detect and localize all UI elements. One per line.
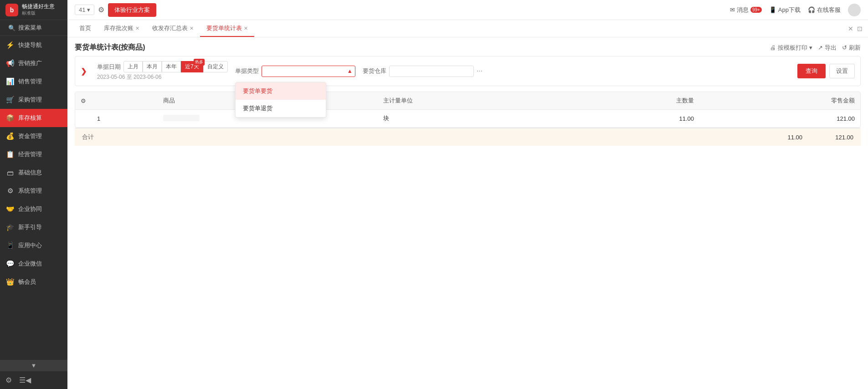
service-icon: 🎧 — [808, 6, 815, 13]
sidebar-item-guide[interactable]: 🎓 新手引导 — [0, 218, 67, 236]
trial-button[interactable]: 体验行业方案 — [108, 3, 156, 17]
tab-close-receive-summary[interactable]: ✕ — [190, 26, 194, 31]
data-table: ⚙ 商品 主计量单位 主数量 零售金额 1 块 11.00 — [75, 92, 860, 128]
search-icon: 🔍 — [8, 25, 15, 31]
warehouse-input[interactable] — [389, 66, 474, 77]
app-download-group[interactable]: 📱 App下载 — [769, 6, 801, 14]
sidebar-item-label: 快捷导航 — [18, 41, 42, 49]
col-quantity: 主数量 — [566, 92, 699, 110]
company-name: 41 — [79, 6, 85, 13]
export-action[interactable]: ↗ 导出 — [818, 44, 837, 52]
sidebar-item-sales[interactable]: 📊 销售管理 — [0, 72, 67, 91]
print-action[interactable]: 🖨 按模板打印 ▾ — [770, 44, 812, 52]
page-content: 要货单统计表(按商品) 🖨 按模板打印 ▾ ↗ 导出 ↺ 刷新 ❯ — [67, 37, 868, 389]
sidebar-item-finance[interactable]: 💰 资金管理 — [0, 127, 67, 145]
col-settings[interactable]: ⚙ — [75, 92, 92, 110]
tab-label-request-summary: 要货单统计表 — [206, 24, 242, 32]
tab-label-home: 首页 — [79, 24, 91, 32]
footer-label: 合计 — [82, 133, 94, 141]
cell-row-num: 1 — [92, 110, 158, 128]
sidebar-item-label: 应用中心 — [18, 241, 42, 250]
type-select-input[interactable] — [262, 66, 355, 77]
search-label: 搜索菜单 — [18, 24, 42, 32]
date-btn-last-month[interactable]: 上月 — [123, 61, 143, 72]
sidebar-item-quick-nav[interactable]: ⚡ 快捷导航 — [0, 36, 67, 54]
date-range-text: 2023-05-06 至 2023-06-06 — [97, 73, 228, 81]
sidebar-item-inventory[interactable]: 📦 库存核算 — [0, 109, 67, 127]
sidebar-item-label: 系统管理 — [18, 187, 42, 195]
sidebar-item-app[interactable]: 📱 应用中心 — [0, 236, 67, 255]
dropdown-item-request-goods[interactable]: 要货单要货 — [236, 82, 326, 100]
topbar-left: 41 ▾ ⚙ 体验行业方案 — [75, 3, 724, 17]
sidebar-item-wechat[interactable]: 💬 企业微信 — [0, 255, 67, 273]
cell-quantity: 11.00 — [566, 110, 699, 128]
window-expand-icon[interactable]: ⊡ — [857, 25, 863, 32]
sidebar-item-label: 资金管理 — [18, 132, 42, 140]
tab-request-summary[interactable]: 要货单统计表✕ — [200, 20, 254, 37]
filter-expand-button[interactable]: ❯ — [81, 67, 90, 76]
warehouse-more-icon[interactable]: ··· — [477, 67, 483, 75]
date-btn-this-year[interactable]: 本年 — [162, 61, 181, 72]
table-footer: 合计 11.00 121.00 — [75, 128, 861, 146]
sidebar-header: b 畅捷通好生意 标准版 — [0, 0, 67, 20]
page-actions: 🖨 按模板打印 ▾ ↗ 导出 ↺ 刷新 — [770, 44, 861, 52]
sidebar-item-member[interactable]: 👑 畅会员 — [0, 273, 67, 291]
user-avatar[interactable] — [848, 4, 861, 16]
date-btn-last-7days[interactable]: 近7天热多 — [181, 61, 203, 72]
window-close-icon[interactable]: ✕ — [848, 25, 853, 32]
sidebar-item-operation[interactable]: 📋 经营管理 — [0, 145, 67, 164]
sidebar-item-collab[interactable]: 🤝 企业协同 — [0, 200, 67, 218]
guide-icon: 🎓 — [5, 223, 15, 232]
menu-toggle-icon[interactable]: ☰◀ — [19, 376, 31, 384]
topbar-settings-icon[interactable]: ⚙ — [98, 5, 104, 14]
cell-amount: 121.00 — [699, 110, 860, 128]
main-area: 41 ▾ ⚙ 体验行业方案 ✉ 消息 99+ 📱 App下载 🎧 在线客服 首 — [67, 0, 868, 389]
sidebar-item-label: 畅会员 — [18, 278, 36, 286]
col-amount: 零售金额 — [699, 92, 860, 110]
settings-button[interactable]: 设置 — [829, 64, 855, 78]
sales-icon: 📊 — [5, 77, 15, 86]
company-selector[interactable]: 41 ▾ — [75, 5, 94, 15]
print-arrow-icon: ▾ — [809, 44, 812, 51]
quick-nav-icon: ⚡ — [5, 41, 15, 50]
query-button[interactable]: 查询 — [797, 64, 826, 78]
sidebar-item-label: 库存核算 — [18, 114, 42, 122]
sidebar-item-marketing[interactable]: 📢 营销推广 — [0, 54, 67, 72]
tab-home[interactable]: 首页 — [73, 20, 98, 37]
export-label: 导出 — [825, 44, 837, 52]
settings-icon[interactable]: ⚙ — [5, 376, 12, 384]
sidebar-item-system[interactable]: ⚙ 系统管理 — [0, 182, 67, 200]
filter-bar: ❯ 单据日期 上月 本月 本年 近7天热多 自定义 2023-05-06 至 2… — [75, 56, 861, 86]
message-icon: ✉ — [730, 6, 735, 13]
sidebar-scroll-down[interactable]: ▼ — [0, 360, 67, 371]
print-icon: 🖨 — [770, 44, 776, 51]
tabs-bar: 首页库存批次账✕收发存汇总表✕要货单统计表✕ ✕ ⊡ — [67, 20, 868, 37]
tab-close-request-summary[interactable]: ✕ — [244, 26, 248, 31]
system-icon: ⚙ — [5, 186, 15, 195]
sidebar-item-label: 企业微信 — [18, 260, 42, 268]
sidebar-item-purchase[interactable]: 🛒 采购管理 — [0, 91, 67, 109]
cell-unit: 块 — [378, 110, 566, 128]
inventory-icon: 📦 — [5, 113, 15, 123]
print-label: 按模板打印 — [778, 44, 807, 52]
sidebar-item-label: 销售管理 — [18, 77, 42, 86]
type-label: 单据类型 — [235, 67, 259, 75]
date-btn-custom[interactable]: 自定义 — [203, 61, 228, 72]
tab-close-inventory-batch[interactable]: ✕ — [135, 26, 139, 31]
sidebar-item-base[interactable]: 🗃 基础信息 — [0, 164, 67, 182]
tab-receive-summary[interactable]: 收发存汇总表✕ — [146, 20, 200, 37]
refresh-action[interactable]: ↺ 刷新 — [842, 44, 861, 52]
table-row: 1 块 11.00 121.00 — [75, 110, 860, 128]
tab-label-inventory-batch: 库存批次账 — [104, 24, 134, 32]
tab-inventory-batch[interactable]: 库存批次账✕ — [98, 20, 146, 37]
table-header-row: ⚙ 商品 主计量单位 主数量 零售金额 — [75, 92, 860, 110]
message-group[interactable]: ✉ 消息 99+ — [730, 6, 762, 14]
sidebar-search[interactable]: 🔍 搜索菜单 — [0, 20, 67, 36]
sidebar-item-label: 经营管理 — [18, 150, 42, 159]
date-btn-this-month[interactable]: 本月 — [143, 61, 162, 72]
cell-settings — [75, 110, 92, 128]
dropdown-item-request-return[interactable]: 要货单退货 — [236, 100, 326, 117]
service-group[interactable]: 🎧 在线客服 — [808, 6, 841, 14]
type-dropdown: 要货单要货 要货单退货 — [235, 82, 326, 118]
filter-right-buttons: 查询 设置 — [797, 64, 855, 78]
